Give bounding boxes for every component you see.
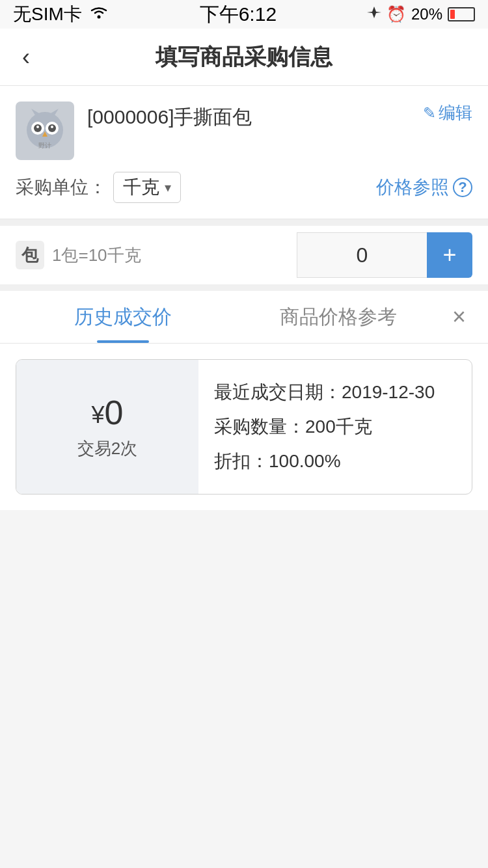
quantity-plus-button[interactable]: + [427,232,472,278]
tab-bar: 历史成交价 商品价格参考 × [0,291,488,344]
transaction-count: 交易2次 [77,437,137,460]
status-time: 下午6:12 [200,1,277,28]
edit-icon: ✎ [423,104,436,122]
carrier-text: 无SIM卡 [13,2,82,27]
price-card-left: ¥0 交易2次 [16,360,198,494]
unit-badge: 包 [16,241,44,269]
product-name: [0000006]手撕面包 [87,104,252,131]
unit-desc: 1包=10千克 [52,244,141,267]
dropdown-arrow-icon: ▾ [165,180,171,195]
empty-area [0,510,488,868]
quantity-input-group: 0 + [297,232,472,278]
page-title: 填写商品采购信息 [156,42,332,72]
back-button[interactable]: ‹ [16,37,36,77]
quantity-section: 包 1包=10千克 0 + [0,219,488,291]
svg-point-6 [36,126,39,128]
unit-row-left: 采购单位： 千克 ▾ [16,172,181,203]
purchase-qty-row: 采购数量：200千克 [214,414,456,439]
battery-icon [448,7,475,21]
product-thumbnail: 野计 [16,102,74,160]
nav-bar: ‹ 填写商品采购信息 [0,29,488,86]
tab-section: 历史成交价 商品价格参考 × ¥0 交易2次 最近成交日期：2019-12-30… [0,291,488,510]
tab-history[interactable]: 历史成交价 [16,291,230,343]
price-amount: ¥0 [92,393,124,432]
tab-price-reference[interactable]: 商品价格参考 [230,291,445,343]
recent-date-row: 最近成交日期：2019-12-30 [214,379,456,405]
status-right: ⏰ 20% [367,5,475,23]
alarm-icon: ⏰ [386,5,406,23]
quantity-input[interactable]: 0 [297,232,427,278]
product-name-group: [0000006]手撕面包 [87,102,252,131]
product-card: 野计 [0000006]手撕面包 ✎ 编辑 采购单位： 千克 ▾ 价格参照 [0,86,488,219]
help-icon: ? [453,178,472,197]
battery-percent: 20% [411,5,442,23]
quantity-row: 包 1包=10千克 0 + [16,226,472,284]
svg-point-0 [97,16,100,19]
price-reference-button[interactable]: 价格参照 ? [376,175,472,200]
status-bar: 无SIM卡 下午6:12 ⏰ 20% [0,0,488,29]
price-card: ¥0 交易2次 最近成交日期：2019-12-30 采购数量：200千克 折扣：… [16,359,472,495]
product-logo-icon: 野计 [22,105,68,157]
price-card-right: 最近成交日期：2019-12-30 采购数量：200千克 折扣：100.00% [198,360,472,494]
svg-text:野计: 野计 [38,142,51,149]
quantity-unit-info: 包 1包=10千克 [16,241,141,269]
discount-row: 折扣：100.00% [214,448,456,474]
price-card-container: ¥0 交易2次 最近成交日期：2019-12-30 采购数量：200千克 折扣：… [0,344,488,510]
status-left: 无SIM卡 [13,2,109,27]
unit-select[interactable]: 千克 ▾ [113,172,181,203]
product-info-left: 野计 [0000006]手撕面包 [16,102,252,160]
wifi-icon [88,5,109,24]
gps-icon [367,5,381,23]
unit-label: 采购单位： [16,175,107,200]
svg-point-7 [51,126,53,128]
tab-close-button[interactable]: × [446,297,472,337]
edit-button[interactable]: ✎ 编辑 [423,102,472,124]
